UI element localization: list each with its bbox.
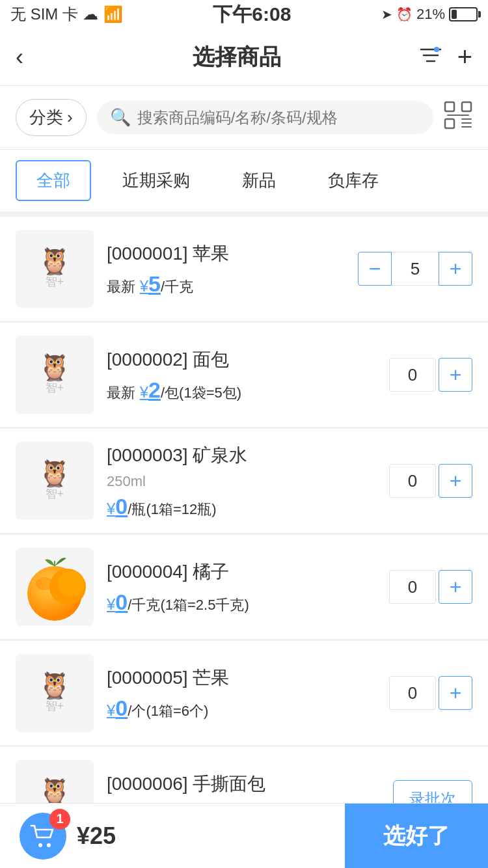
product-price-3: ¥0/瓶(1箱=12瓶) [107,494,376,519]
orange-image [16,548,94,626]
svg-point-15 [58,571,84,597]
product-price-2: 最新 ¥2/包(1袋=5包) [107,377,376,403]
qty-input-5[interactable] [389,676,436,710]
battery-icon [449,7,478,21]
search-bar: 分类 › 🔍 [0,86,488,150]
cart-section: 1 ¥25 [0,813,345,860]
product-name-2: [0000002] 面包 [107,347,376,372]
tab-negative[interactable]: 负库存 [307,160,400,201]
svg-rect-7 [462,102,471,111]
back-button[interactable]: ‹ [16,44,55,71]
product-price-4: ¥0/千克(1箱=2.5千克) [107,590,376,615]
price-yen-5: ¥ [107,701,115,719]
svg-point-4 [435,47,439,51]
product-name-3: [0000003] 矿泉水 [107,443,376,468]
price-num-2: 2 [148,377,161,402]
nav-actions: + [420,42,472,72]
cart-badge: 1 [49,809,70,830]
status-bar: 无 SIM 卡 ☁ 📶 下午6:08 ➤ ⏰ 21% [0,0,488,29]
price-yen-4: ¥ [107,595,115,613]
qty-control-1: − + [358,252,472,286]
status-time: 下午6:08 [213,1,291,28]
qty-plus-1[interactable]: + [439,252,472,286]
price-suffix-1: /千克 [161,278,193,295]
product-info-3: [0000003] 矿泉水 250ml ¥0/瓶(1箱=12瓶) [107,443,376,519]
svg-point-18 [47,843,51,847]
svg-rect-5 [445,102,454,111]
price-suffix-2: /包(1袋=5包) [161,385,241,401]
price-num-5: 0 [115,696,128,720]
product-thumb-2: 🦉 智+ [16,336,94,414]
qty-plus-2[interactable]: + [439,358,472,392]
product-info-1: [0000001] 苹果 最新 ¥5/千克 [107,241,345,297]
product-list: 🦉 智+ [0000001] 苹果 最新 ¥5/千克 − + 🦉 智+ [0,217,488,868]
battery-label: 21% [416,6,445,23]
placeholder-owl-text-3: 智+ [46,486,64,502]
price-suffix-3: /瓶(1箱=12瓶) [128,501,216,517]
price-num-3: 0 [115,494,128,519]
placeholder-owl-text-1: 智+ [46,274,64,290]
tab-all[interactable]: 全部 [16,160,91,201]
bottom-bar: 1 ¥25 选好了 [0,803,488,868]
tab-new-label: 新品 [242,170,276,190]
filter-icon[interactable] [420,44,442,71]
search-icon: 🔍 [110,107,131,128]
qty-control-4: + [389,570,472,604]
tab-bar: 全部 近期采购 新品 负库存 [0,150,488,217]
qty-input-4[interactable] [389,570,436,604]
product-item-1: 🦉 智+ [0000001] 苹果 最新 ¥5/千克 − + [0,217,488,321]
product-info-2: [0000002] 面包 最新 ¥2/包(1袋=5包) [107,347,376,403]
confirm-button[interactable]: 选好了 [345,804,488,868]
product-spec-3: 250ml [107,473,376,490]
tab-new[interactable]: 新品 [221,160,297,201]
price-yen-2: ¥ [140,383,148,401]
price-num-4: 0 [115,590,128,614]
alarm-icon: ⏰ [396,7,413,22]
svg-point-17 [38,843,42,847]
search-input[interactable] [137,109,420,127]
page-title: 选择商品 [193,42,281,72]
placeholder-owl-icon-1: 🦉 [38,248,71,274]
category-chevron: › [67,107,73,128]
scan-icon[interactable] [444,101,472,134]
cart-icon [30,824,56,848]
price-suffix-4: /千克(1箱=2.5千克) [128,597,249,613]
product-item-2: 🦉 智+ [0000002] 面包 最新 ¥2/包(1袋=5包) + [0,323,488,427]
price-suffix-5: /个(1箱=6个) [128,703,208,719]
qty-minus-1[interactable]: − [358,252,392,286]
qty-plus-5[interactable]: + [439,676,472,710]
price-yen-1: ¥ [140,277,148,295]
status-right: ➤ ⏰ 21% [381,6,478,23]
tab-recent[interactable]: 近期采购 [102,160,211,201]
product-item-4: [0000004] 橘子 ¥0/千克(1箱=2.5千克) + [0,535,488,640]
qty-input-2[interactable] [389,358,436,392]
location-icon: ➤ [381,7,392,22]
product-price-1: 最新 ¥5/千克 [107,271,345,297]
price-num-1: 5 [148,271,161,296]
category-button[interactable]: 分类 › [16,99,87,136]
wifi-icon: 📶 [103,5,123,23]
qty-plus-4[interactable]: + [439,570,472,604]
price-label-1: 最新 [107,278,135,295]
search-input-wrap: 🔍 [97,101,433,134]
product-info-5: [0000005] 芒果 ¥0/个(1箱=6个) [107,666,376,721]
product-name-5: [0000005] 芒果 [107,666,376,690]
cart-total: ¥25 [77,822,116,850]
placeholder-owl-text-5: 智+ [46,698,64,714]
product-price-5: ¥0/个(1箱=6个) [107,696,376,721]
product-thumb-1: 🦉 智+ [16,230,94,308]
nav-bar: ‹ 选择商品 + [0,29,488,86]
tab-recent-label: 近期采购 [122,170,190,190]
status-left: 无 SIM 卡 ☁ 📶 [10,4,123,25]
qty-plus-3[interactable]: + [439,464,472,498]
placeholder-owl-icon-3: 🦉 [38,460,71,486]
cart-button[interactable]: 1 [20,813,66,860]
product-thumb-3: 🦉 智+ [16,442,94,520]
qty-input-1[interactable] [392,252,439,286]
price-yen-3: ¥ [107,500,115,517]
svg-rect-6 [445,119,454,128]
add-icon[interactable]: + [457,42,472,72]
product-item-5: 🦉 智+ [0000005] 芒果 ¥0/个(1箱=6个) + [0,641,488,746]
product-name-4: [0000004] 橘子 [107,560,376,584]
qty-input-3[interactable] [389,464,436,498]
